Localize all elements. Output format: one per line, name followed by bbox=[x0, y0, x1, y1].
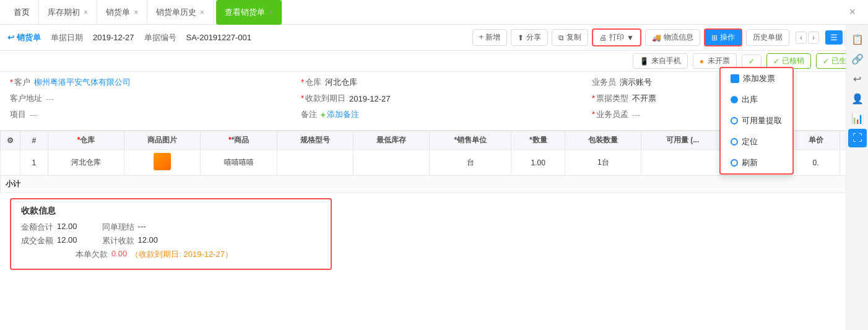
current-balance-label: 本单欠款 bbox=[76, 249, 108, 260]
payment-info-row-3: 本单欠款 0.00 （收款到期日: 2019-12-27） bbox=[21, 249, 321, 260]
payment-date-field-group: 收款到期日 2019-12-27 bbox=[301, 93, 567, 104]
row-min-stock-cell bbox=[354, 150, 430, 176]
ticket-type-value: 不开票 bbox=[632, 93, 656, 104]
operations-button[interactable]: ⊞ 操作 bbox=[704, 28, 742, 46]
cumulative-payment-item: 累计收款 12.00 bbox=[102, 235, 158, 246]
product-image bbox=[154, 153, 171, 170]
add-invoice-item[interactable]: 添加发票 bbox=[721, 68, 792, 89]
warehouse-field-group: 仓库 河北仓库 bbox=[301, 77, 567, 88]
add-button[interactable]: + 新增 bbox=[472, 29, 507, 46]
col-min-stock: 最低库存 bbox=[354, 131, 430, 150]
close-tab-sales-history[interactable]: × bbox=[200, 8, 204, 17]
address-value: --- bbox=[46, 94, 54, 103]
current-balance-item: 本单欠款 0.00 （收款到期日: 2019-12-27） bbox=[76, 249, 233, 260]
print-dropdown-icon: ▼ bbox=[627, 33, 634, 42]
tab-sales-history[interactable]: 销货单历史 × bbox=[147, 0, 214, 25]
share-button[interactable]: ⬆ 分享 bbox=[511, 29, 548, 46]
tab-sales-order[interactable]: 销货单 × bbox=[97, 0, 147, 25]
note-label: 备注 bbox=[301, 109, 317, 120]
row-unit-price-cell: 0. bbox=[792, 150, 840, 176]
doc-number-value: SA-20191227-001 bbox=[186, 33, 252, 42]
same-order-settlement-label: 同单现结 bbox=[102, 222, 134, 233]
check-icon-btn[interactable]: ✓ bbox=[742, 54, 762, 68]
col-num: # bbox=[20, 131, 48, 150]
doc-meta: 单据日期 2019-12-27 单据编号 SA-20191227-001 bbox=[51, 32, 251, 43]
row-warehouse-cell: 河北仓库 bbox=[48, 150, 124, 176]
close-tab-view-sales-order[interactable]: × bbox=[269, 8, 273, 17]
col-unit-price: 单价 bbox=[792, 131, 840, 150]
payment-info-row-1: 金额合计 12.00 同单现结 --- bbox=[21, 222, 321, 233]
same-order-settlement-item: 同单现结 --- bbox=[102, 222, 146, 233]
row-img-cell bbox=[124, 150, 201, 176]
outbound-icon bbox=[731, 96, 738, 103]
col-product: *商品 bbox=[201, 131, 277, 150]
outbound-item[interactable]: 出库 bbox=[721, 89, 792, 110]
doc-date-label: 单据日期 bbox=[51, 32, 83, 43]
ticket-type-label: 票据类型 bbox=[592, 93, 628, 104]
tab-bar: 首页 库存期初 × 销货单 × 销货单历史 × 查看销货单 × × bbox=[0, 0, 868, 25]
available-qty-icon bbox=[731, 117, 738, 124]
refresh-icon bbox=[731, 159, 738, 167]
refresh-item[interactable]: 刷新 bbox=[721, 152, 792, 173]
tab-inventory-init[interactable]: 库存期初 × bbox=[39, 0, 97, 25]
operations-dropdown: 添加发票 出库 可用量提取 定位 刷新 bbox=[719, 67, 794, 175]
customer-field-group: 客户 柳州粤港平安气体有限公司 bbox=[10, 77, 276, 88]
warehouse-label: 仓库 bbox=[301, 77, 321, 88]
print-button[interactable]: 🖨 打印 ▼ bbox=[592, 28, 641, 46]
next-record-button[interactable]: › bbox=[808, 32, 819, 44]
total-amount-value: 12.00 bbox=[57, 222, 77, 233]
share-icon: ⬆ bbox=[518, 33, 524, 42]
address-field-group: 客户地址 --- bbox=[10, 93, 276, 104]
transaction-amount-item: 成交金额 12.00 bbox=[21, 235, 77, 246]
customer-value[interactable]: 柳州粤港平安气体有限公司 bbox=[34, 77, 131, 88]
project-label: 项目 bbox=[10, 109, 26, 120]
col-warehouse: 仓库 bbox=[48, 131, 124, 150]
print-icon: 🖨 bbox=[599, 33, 607, 42]
row-pack-qty-cell: 1台 bbox=[565, 150, 641, 176]
tab-home[interactable]: 首页 bbox=[5, 0, 39, 25]
row-available-cell bbox=[641, 150, 724, 176]
project-value: --- bbox=[30, 110, 38, 119]
row-sales-unit-cell: 台 bbox=[430, 150, 511, 176]
available-qty-item[interactable]: 可用量提取 bbox=[721, 110, 792, 131]
tab-view-sales-order[interactable]: 查看销货单 × bbox=[216, 0, 282, 25]
cumulative-payment-label: 累计收款 bbox=[102, 235, 134, 246]
sidebar-user-icon[interactable]: 👤 bbox=[848, 89, 867, 108]
subtotal-label: 小计 bbox=[1, 176, 868, 193]
doc-header: ↩ 销货单 单据日期 2019-12-27 单据编号 SA-20191227-0… bbox=[0, 25, 868, 51]
sidebar-link-icon[interactable]: 🔗 bbox=[848, 50, 867, 68]
add-note-button[interactable]: 添加备注 bbox=[321, 109, 359, 120]
warehouse-value: 河北仓库 bbox=[325, 77, 357, 88]
phone-icon: 📱 bbox=[640, 57, 649, 66]
logistics-button[interactable]: 🚚 物流信息 bbox=[645, 29, 700, 46]
from-phone-button[interactable]: 📱 来自手机 bbox=[633, 53, 688, 69]
sidebar-chart-icon[interactable]: 📊 bbox=[848, 109, 867, 128]
staff-label: 业务员 bbox=[592, 77, 616, 88]
history-records-button[interactable]: 历史单据 bbox=[746, 29, 789, 46]
col-available: 可用量 (... bbox=[641, 131, 724, 150]
sales-staff-value: --- bbox=[632, 110, 640, 119]
sidebar-doc-icon[interactable]: 📋 bbox=[848, 30, 867, 48]
locate-item[interactable]: 定位 bbox=[721, 131, 792, 152]
list-view-button[interactable]: ☰ bbox=[825, 30, 843, 45]
sidebar-expand-icon[interactable]: ⛶ bbox=[848, 129, 867, 147]
doc-number-label: 单据编号 bbox=[144, 32, 176, 43]
sales-staff-label: 业务员孟 bbox=[592, 109, 628, 120]
row-qty-cell: 1.00 bbox=[511, 150, 565, 176]
approved-icon: ✓ bbox=[773, 57, 779, 66]
payment-date-value: 2019-12-27 bbox=[349, 94, 391, 103]
row-spec-cell bbox=[277, 150, 353, 176]
subtotal-row: 小计 bbox=[1, 176, 868, 193]
window-close-button[interactable]: × bbox=[841, 6, 863, 19]
close-tab-sales-order[interactable]: × bbox=[134, 8, 138, 17]
copy-button[interactable]: ⧉ 复制 bbox=[552, 29, 588, 46]
col-settings[interactable]: ⚙ bbox=[1, 131, 20, 150]
payment-info-title: 收款信息 bbox=[21, 206, 321, 217]
close-tab-inventory-init[interactable]: × bbox=[84, 8, 88, 17]
same-order-settlement-value: --- bbox=[138, 222, 146, 233]
prev-record-button[interactable]: ‹ bbox=[796, 32, 807, 44]
payment-info-row-2: 成交金额 12.00 累计收款 12.00 bbox=[21, 235, 321, 246]
col-pack-qty: 包装数量 bbox=[565, 131, 641, 150]
doc-date-value: 2019-12-27 bbox=[93, 33, 134, 42]
sidebar-return-icon[interactable]: ↩ bbox=[848, 69, 867, 88]
